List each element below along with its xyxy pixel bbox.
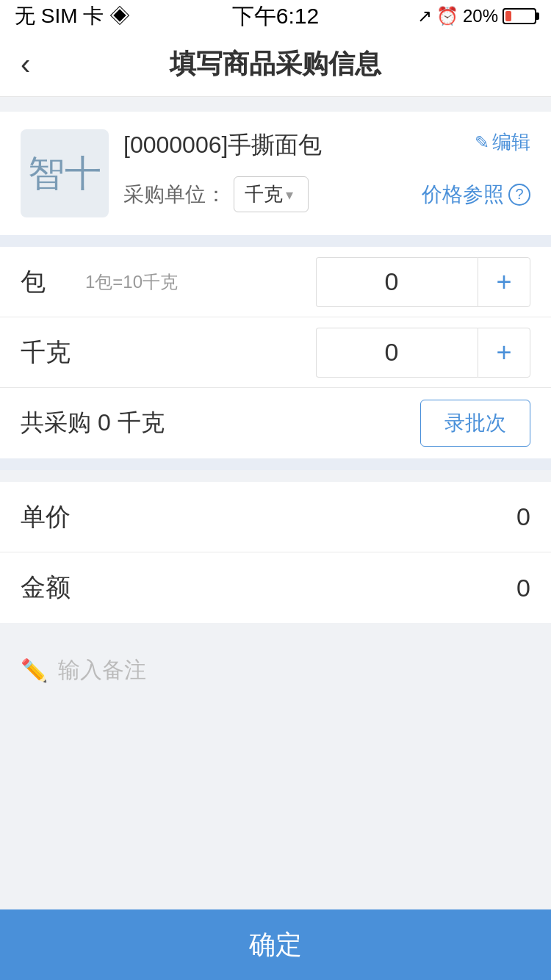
bao-plus-button[interactable]: + <box>478 257 530 307</box>
product-name-row: [0000006]手撕面包 ✎ 编辑 <box>123 129 530 162</box>
total-row: 共采购 0 千克 录批次 <box>0 388 551 458</box>
nav-bar: ‹ 填写商品采购信息 <box>0 32 551 97</box>
total-text: 共采购 0 千克 <box>21 407 165 439</box>
alarm-icon: ⏰ <box>436 6 458 26</box>
section-divider-2 <box>0 458 551 470</box>
note-placeholder: 输入备注 <box>58 655 146 685</box>
price-ref-label: 价格参照 <box>422 181 504 209</box>
product-card: 智十 [0000006]手撕面包 ✎ 编辑 采购单位： 千克 ▾ <box>0 112 551 235</box>
qianke-input[interactable] <box>316 328 478 378</box>
unit-price-value: 0 <box>516 502 530 531</box>
qianke-plus-button[interactable]: + <box>478 328 530 378</box>
price-ref-icon: ? <box>508 184 530 206</box>
unit-price-row: 单价 0 <box>0 482 551 552</box>
edit-label: 编辑 <box>492 129 530 155</box>
bao-input-row: 包 1包=10千克 + <box>0 247 551 317</box>
edit-button[interactable]: ✎ 编辑 <box>475 129 530 155</box>
status-right: ↗ ⏰ 20% <box>417 6 536 26</box>
unit-price-label: 单价 <box>21 500 71 534</box>
confirm-label: 确定 <box>249 927 302 963</box>
price-ref-button[interactable]: 价格参照 ? <box>422 181 530 209</box>
note-section[interactable]: ✏️ 输入备注 <box>0 635 551 706</box>
product-name: [0000006]手撕面包 <box>123 129 475 162</box>
bao-input-right: + <box>316 257 530 307</box>
battery-icon <box>503 8 536 24</box>
bao-label: 包 <box>21 265 79 299</box>
product-logo: 智十 <box>28 149 101 198</box>
bao-sublabel: 1包=10千克 <box>85 270 178 294</box>
unit-row: 采购单位： 千克 ▾ 价格参照 ? <box>123 176 530 212</box>
amount-row: 金额 0 <box>0 552 551 623</box>
amount-label: 金额 <box>21 571 71 605</box>
empty-space <box>0 706 551 926</box>
qianke-input-row: 千克 + <box>0 317 551 388</box>
qianke-label: 千克 <box>21 336 79 370</box>
back-button[interactable]: ‹ <box>21 48 30 81</box>
status-bar: 无 SIM 卡 ◈ 下午6:12 ↗ ⏰ 20% <box>0 0 551 32</box>
batch-button[interactable]: 录批次 <box>420 400 530 447</box>
section-divider-1 <box>0 235 551 247</box>
unit-label: 采购单位： 千克 ▾ <box>123 176 309 212</box>
total-prefix: 共采购 <box>21 409 91 436</box>
carrier-text: 无 SIM 卡 ◈ <box>15 2 130 30</box>
edit-icon: ✎ <box>475 132 489 153</box>
total-suffix: 千克 <box>118 409 165 436</box>
unit-select[interactable]: 千克 ▾ <box>234 176 309 212</box>
unit-label-text: 采购单位： <box>123 181 226 209</box>
input-section: 包 1包=10千克 + 千克 + <box>0 247 551 388</box>
unit-select-arrow-icon: ▾ <box>286 186 293 203</box>
time-text: 下午6:12 <box>232 1 319 32</box>
bao-input[interactable] <box>316 257 478 307</box>
product-image: 智十 <box>21 129 109 217</box>
product-info: [0000006]手撕面包 ✎ 编辑 采购单位： 千克 ▾ 价格参照 ? <box>123 129 530 212</box>
unit-value: 千克 <box>245 181 283 207</box>
amount-value: 0 <box>516 574 530 602</box>
note-icon: ✏️ <box>21 657 48 683</box>
confirm-button[interactable]: 确定 <box>0 909 551 980</box>
battery-percent: 20% <box>463 6 498 26</box>
total-value: 0 <box>98 409 118 436</box>
location-icon: ↗ <box>417 6 432 26</box>
page-title: 填写商品采购信息 <box>170 46 381 82</box>
price-section: 单价 0 金额 0 <box>0 482 551 623</box>
qianke-input-right: + <box>316 328 530 378</box>
